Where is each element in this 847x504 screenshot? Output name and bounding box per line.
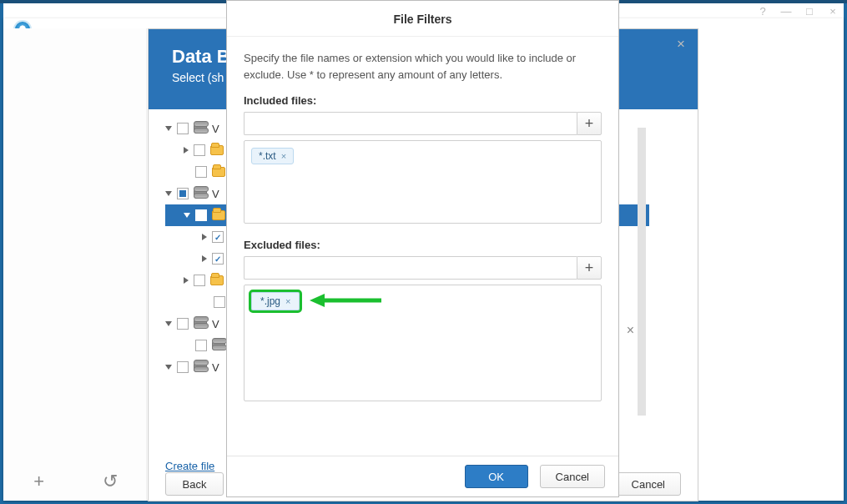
database-icon — [194, 362, 207, 372]
expand-toggle-icon[interactable] — [184, 277, 189, 284]
back-button[interactable]: Back — [165, 472, 224, 496]
included-files-label: Included files: — [244, 94, 602, 107]
checkbox[interactable] — [177, 123, 189, 134]
add-task-button[interactable]: + — [23, 471, 56, 492]
history-button[interactable]: ↺ — [93, 471, 127, 492]
minimize-icon[interactable]: — — [780, 5, 792, 18]
wizard-close-button[interactable]: × — [673, 36, 689, 53]
database-icon — [194, 123, 207, 134]
add-included-button[interactable]: + — [577, 112, 602, 135]
svg-marker-1 — [310, 294, 325, 307]
filter-tag-text: *.txt — [259, 150, 276, 162]
database-icon — [212, 340, 225, 350]
expand-toggle-icon[interactable] — [165, 321, 172, 326]
excluded-files-box: *.jpg× — [244, 285, 602, 401]
tree-item-label: V — [212, 318, 219, 330]
os-window-controls: ? — □ × — [757, 5, 839, 18]
checkbox[interactable] — [194, 275, 205, 286]
tree-item-label: V — [212, 188, 219, 200]
checkbox[interactable] — [177, 188, 189, 199]
checkbox[interactable] — [195, 340, 207, 351]
annotation-arrow-icon — [310, 292, 381, 309]
excluded-files-label: Excluded files: — [244, 239, 602, 251]
expand-toggle-icon[interactable] — [165, 191, 172, 196]
database-icon — [194, 319, 207, 329]
expand-toggle-icon[interactable] — [202, 234, 207, 240]
folder-icon — [212, 210, 225, 220]
maximize-icon[interactable]: □ — [804, 5, 815, 18]
included-files-box: *.txt× — [244, 140, 602, 224]
panel-close-button[interactable]: × — [627, 323, 634, 338]
add-excluded-button[interactable]: + — [577, 256, 602, 280]
tree-item-label: V — [212, 361, 219, 374]
ok-button[interactable]: OK — [465, 465, 528, 488]
wizard-cancel-button[interactable]: Cancel — [616, 472, 681, 496]
folder-icon — [210, 275, 224, 285]
modal-title: File Filters — [227, 1, 618, 37]
folder-icon — [210, 145, 224, 155]
create-file-filter-link[interactable]: Create file — [165, 460, 214, 472]
database-icon — [194, 189, 207, 199]
checkbox[interactable] — [212, 253, 224, 265]
expand-toggle-icon[interactable] — [165, 126, 172, 131]
expand-toggle-icon[interactable] — [184, 147, 189, 154]
expand-toggle-icon[interactable] — [184, 213, 190, 218]
expand-toggle-icon[interactable] — [202, 255, 207, 262]
included-files-input[interactable] — [244, 112, 577, 135]
excluded-files-input[interactable] — [244, 256, 577, 280]
checkbox[interactable] — [214, 296, 225, 308]
tree-item-label: V — [212, 123, 219, 135]
checkbox[interactable] — [212, 231, 224, 243]
app-sidebar: + ↺ — [3, 28, 147, 501]
filter-tag: *.txt× — [251, 148, 294, 164]
modal-footer: OK Cancel — [227, 456, 618, 496]
checkbox[interactable] — [195, 166, 207, 178]
remove-tag-icon[interactable]: × — [285, 296, 290, 306]
tree-scrollbar[interactable] — [638, 128, 646, 416]
help-icon[interactable]: ? — [757, 5, 769, 18]
expand-toggle-icon[interactable] — [165, 365, 172, 370]
checkbox[interactable] — [194, 144, 205, 156]
checkbox[interactable] — [177, 361, 189, 373]
checkbox[interactable] — [195, 209, 207, 221]
folder-icon — [212, 167, 225, 177]
modal-cancel-button[interactable]: Cancel — [540, 465, 605, 488]
file-filters-modal: File Filters Specify the file names or e… — [226, 0, 619, 497]
filter-tag: *.jpg× — [251, 292, 300, 310]
filter-tag-text: *.jpg — [260, 295, 280, 307]
checkbox[interactable] — [177, 318, 189, 330]
close-icon[interactable]: × — [827, 5, 839, 18]
modal-description: Specify the file names or extension whic… — [244, 50, 602, 83]
remove-tag-icon[interactable]: × — [281, 151, 286, 161]
